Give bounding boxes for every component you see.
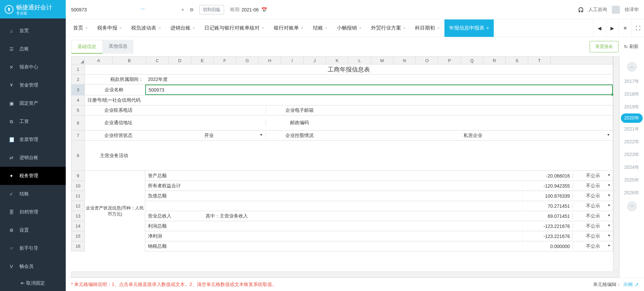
col-header-R[interactable]: R	[483, 57, 506, 64]
year-2025年[interactable]: 2025年	[621, 174, 643, 187]
close-icon[interactable]: ×	[325, 26, 328, 31]
close-icon[interactable]: ×	[301, 26, 304, 31]
new-icon[interactable]: ＋	[178, 7, 187, 13]
row-header-8[interactable]: 8	[71, 141, 85, 171]
nav-item-3[interactable]: ￥资金管理	[0, 76, 66, 94]
close-icon[interactable]: ×	[486, 26, 489, 31]
row-header-2[interactable]: 2	[71, 75, 85, 84]
close-icon[interactable]: ×	[403, 26, 406, 31]
tab-0[interactable]: 首页×	[68, 19, 93, 37]
nav-item-5[interactable]: ⧉工资	[0, 112, 66, 131]
col-header-B[interactable]: B	[113, 57, 146, 64]
fullscreen-button[interactable]: ⛶	[631, 19, 644, 37]
year-2021年[interactable]: 2021年	[621, 123, 643, 136]
close-icon[interactable]: ×	[158, 26, 161, 31]
col-header-F[interactable]: F	[214, 57, 236, 64]
vertical-scrollbar[interactable]	[613, 56, 619, 271]
gear-icon[interactable]: ⚙	[187, 7, 196, 12]
support-icon[interactable]: 🎧	[578, 7, 584, 12]
refresh-button[interactable]: ↻ 刷新	[624, 44, 639, 50]
nav-item-4[interactable]: ▣固定资产	[0, 94, 66, 112]
tab-3[interactable]: 进销台账×	[166, 19, 200, 37]
holding-dropdown[interactable]: 私营企业	[333, 133, 613, 139]
close-icon[interactable]: ×	[359, 26, 362, 31]
fin-pub-9[interactable]: 不公示	[573, 173, 613, 179]
subtab-other-info[interactable]: 其他信息	[103, 40, 133, 54]
nav-item-6[interactable]: 🧾发票管理	[0, 131, 66, 149]
col-header-S[interactable]: S	[506, 57, 528, 64]
fin-value-15[interactable]: -123.221676	[522, 234, 573, 239]
fin-pub-16[interactable]: 不公示	[573, 243, 613, 249]
horizontal-scrollbar[interactable]	[71, 272, 619, 278]
fin-pub-15[interactable]: 不公示	[573, 233, 613, 239]
nav-item-1[interactable]: ☰总账	[0, 40, 66, 58]
close-icon[interactable]: ×	[437, 26, 440, 31]
col-header-N[interactable]: N	[393, 57, 416, 64]
row-header-3[interactable]: 3	[71, 85, 85, 95]
tab-5[interactable]: 银行对账单×	[269, 19, 308, 37]
row-header-1[interactable]: 1	[71, 64, 85, 74]
year-scroll-up[interactable]: ︿	[627, 62, 637, 72]
nav-item-0[interactable]: ⌂首页	[0, 22, 66, 40]
col-header-C[interactable]: C	[146, 57, 169, 64]
example-link[interactable]: 示例	[623, 282, 633, 288]
year-2023年[interactable]: 2023年	[621, 148, 643, 161]
year-2022年[interactable]: 2022年	[621, 136, 643, 148]
close-icon[interactable]: ×	[262, 26, 264, 31]
nav-item-8[interactable]: ✦税务管理	[0, 167, 66, 185]
nav-item-7[interactable]: ⇄进销台账	[0, 149, 66, 167]
fin-value-14[interactable]: -123.221676	[522, 224, 573, 229]
close-icon[interactable]: ×	[193, 26, 195, 31]
fin-value-10[interactable]: -120.942355	[522, 183, 573, 189]
tab-9[interactable]: 科目期初×	[410, 19, 444, 37]
tabs-prev-button[interactable]: ◀	[593, 19, 606, 37]
company-name-cell[interactable]: 500973	[145, 85, 613, 95]
nav-item-9[interactable]: ✓结账	[0, 185, 66, 203]
row-header-12[interactable]: 12	[71, 201, 85, 211]
row-header-14[interactable]: 14	[71, 221, 85, 231]
col-header-K[interactable]: K	[326, 57, 348, 64]
row-header-6[interactable]: 6	[71, 115, 85, 130]
nav-item-13[interactable]: V畅会员	[0, 257, 66, 276]
col-header-L[interactable]: L	[348, 57, 371, 64]
year-scroll-down[interactable]: ﹀	[627, 201, 637, 211]
tab-2[interactable]: 税负波动表×	[126, 19, 166, 37]
calendar-icon[interactable]: 📅	[261, 7, 267, 12]
row-header-4[interactable]: 4	[71, 95, 85, 105]
fin-value-13[interactable]: 69.071451	[522, 213, 573, 219]
spreadsheet[interactable]: ABCDEFGHIJKLMNOPQRST 1工商年报信息表2税款所属期间：202…	[71, 56, 613, 271]
row-header-9[interactable]: 9	[71, 171, 85, 181]
support-link[interactable]: 人工咨询	[588, 7, 607, 13]
row-header-5[interactable]: 5	[71, 105, 85, 115]
subtab-basic-info[interactable]: 基础信息	[71, 40, 103, 54]
close-icon[interactable]: ×	[85, 26, 88, 31]
tab-4[interactable]: 日记账与银行对账单核对×	[200, 19, 269, 37]
nav-item-11[interactable]: ⚙设置	[0, 221, 66, 239]
col-header-H[interactable]: H	[259, 57, 281, 64]
tab-10[interactable]: 年报信息申报表×	[444, 19, 494, 37]
row-header-15[interactable]: 15	[71, 231, 85, 241]
tab-7[interactable]: 小畅报销×	[332, 19, 366, 37]
fin-pub-12[interactable]: 不公示	[573, 203, 613, 209]
year-2020年[interactable]: 2020年	[621, 113, 643, 123]
avatar[interactable]	[612, 6, 620, 14]
fin-pub-10[interactable]: 不公示	[573, 183, 613, 189]
fin-value-12[interactable]: 70.271451	[522, 203, 573, 209]
nav-item-12[interactable]: ☞新手引导	[0, 239, 66, 257]
fin-pub-11[interactable]: 不公示	[573, 193, 613, 199]
company-selector[interactable]: 500973 ﹀	[71, 7, 178, 13]
year-2019年[interactable]: 2019年	[621, 101, 643, 113]
year-2017年[interactable]: 2017年	[621, 75, 643, 88]
regenerate-report-button[interactable]: 重置报表	[590, 41, 619, 52]
fin-value-9[interactable]: -20.066016	[522, 173, 573, 179]
year-2018年[interactable]: 2018年	[621, 88, 643, 101]
tab-8[interactable]: 外贸行业方案×	[366, 19, 411, 37]
col-header-J[interactable]: J	[304, 57, 326, 64]
col-header-Q[interactable]: Q	[461, 57, 483, 64]
col-header-I[interactable]: I	[281, 57, 304, 64]
row-header-7[interactable]: 7	[71, 131, 85, 140]
fin-pub-13[interactable]: 不公示	[573, 213, 613, 219]
nav-item-10[interactable]: 🗄归档管理	[0, 203, 66, 221]
status-dropdown[interactable]: 开业	[152, 133, 266, 139]
select-all-corner[interactable]	[71, 57, 85, 64]
